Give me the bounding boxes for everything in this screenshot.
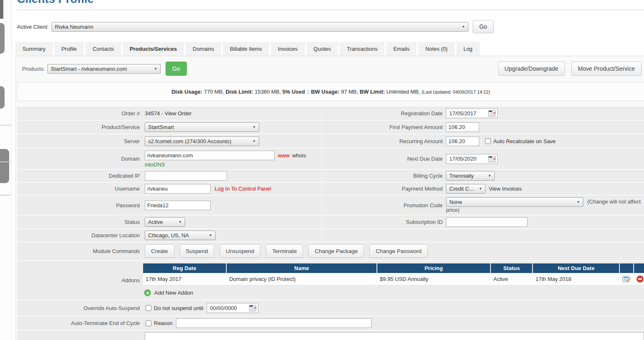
suspend-until-input[interactable] <box>209 305 243 312</box>
terminate-reason-input[interactable] <box>176 318 372 328</box>
first-payment-label: First Payment Amount <box>321 121 446 134</box>
billing-cycle-label: Billing Cycle <box>321 170 446 182</box>
view-order-link[interactable]: View Order <box>165 110 192 117</box>
tab-domains[interactable]: Domains <box>186 42 221 56</box>
auto-recalculate-checkbox[interactable] <box>485 138 491 144</box>
tab-log[interactable]: Log <box>456 42 480 56</box>
calendar-icon[interactable] <box>249 305 257 311</box>
auto-terminate-checkbox[interactable] <box>146 320 151 326</box>
title-divider <box>17 10 644 10</box>
chevron-down-icon: ▼ <box>154 67 157 71</box>
active-client-go-button[interactable]: Go <box>473 20 494 33</box>
registration-date-input[interactable] <box>448 110 482 117</box>
admin-notes-textarea[interactable] <box>145 332 644 340</box>
first-payment-input[interactable] <box>446 122 479 132</box>
admin-notes-label: Admin Notes <box>17 331 143 340</box>
order-number-label: Order # <box>17 110 143 117</box>
payment-method-select[interactable]: Credit Card ▼ <box>446 184 485 194</box>
tab-quotes[interactable]: Quotes <box>307 42 338 56</box>
tab-transactions[interactable]: Transactions <box>339 42 384 56</box>
move-product-service-button[interactable]: Move Product/Service <box>571 62 642 76</box>
addons-table-header: Reg Date Name Pricing Status Next Due Da… <box>143 263 644 273</box>
payment-method-label: Payment Method <box>321 183 446 195</box>
addons-header-edit <box>620 263 633 273</box>
change-package-button[interactable]: Change Package <box>308 244 364 258</box>
addons-header-pricing: Pricing <box>377 263 490 273</box>
active-client-row: Active Client: Rivka Neumann ▼ Go <box>17 20 644 33</box>
server-select[interactable]: s2.fcomet.com (274/300 Accounts) ▼ <box>145 136 259 146</box>
promotion-code-label: Promotion Code <box>321 196 446 215</box>
active-client-select[interactable]: Rivka Neumann ▼ <box>52 22 468 32</box>
subscription-id-input[interactable] <box>446 217 528 227</box>
recurring-amount-input[interactable] <box>446 136 479 146</box>
tab-contacts[interactable]: Contacts <box>85 42 121 56</box>
gutter-shape <box>0 0 3 19</box>
whois-link[interactable]: whois <box>292 152 306 159</box>
username-input[interactable] <box>145 184 211 194</box>
domain-label: Domain <box>17 156 143 162</box>
promotion-code-select[interactable]: None ▼ <box>446 197 583 207</box>
addon-name: Domain privacy (ID Protect) <box>227 273 376 285</box>
usage-separator: :: <box>305 89 311 95</box>
tab-notes[interactable]: Notes (0) <box>418 42 454 56</box>
billing-cycle-select[interactable]: Triennially ▼ <box>446 171 495 181</box>
calendar-icon[interactable] <box>488 156 496 162</box>
view-invoices-link[interactable]: View Invoices <box>489 186 522 192</box>
chevron-down-icon: ▼ <box>462 25 465 29</box>
subscription-id-label: Subscription ID <box>321 216 446 228</box>
override-auto-suspend-checkbox[interactable] <box>146 305 151 311</box>
disk-usage-label: Disk Usage: <box>171 89 202 95</box>
addon-pricing: $9.95 USD Annually <box>377 273 490 285</box>
add-new-addon[interactable]: + Add New Addon <box>143 285 644 299</box>
create-button[interactable]: Create <box>145 244 174 258</box>
password-label: Password <box>17 202 143 208</box>
next-due-date-input[interactable] <box>448 155 482 162</box>
bw-usage-value: 97 MB, <box>339 89 359 95</box>
delete-addon-icon[interactable] <box>637 275 644 283</box>
main-content: Clients Profile Active Client: Rivka Neu… <box>11 0 644 340</box>
products-select[interactable]: StartSmart - rivkaneumann.com ▼ <box>47 64 161 74</box>
www-link[interactable]: www <box>278 152 290 159</box>
order-number-value: 34574 - View Order <box>143 110 321 117</box>
usage-stats-box: Disk Usage: 770 MB, Disk Limit: 15360 MB… <box>17 82 644 101</box>
registration-date-field <box>446 108 498 118</box>
bw-limit-value: Unlimited MB, <box>385 89 421 95</box>
terminate-button[interactable]: Terminate <box>266 244 303 258</box>
order-separator: - <box>160 110 165 117</box>
usage-stats-text: Disk Usage: 770 MB, Disk Limit: 15360 MB… <box>171 89 490 95</box>
suspend-button[interactable]: Suspend <box>180 244 214 258</box>
products-go-button[interactable]: Go <box>166 62 187 76</box>
tab-invoices[interactable]: Invoices <box>271 42 305 56</box>
chevron-down-icon: ▼ <box>479 187 482 191</box>
tab-summary[interactable]: Summary <box>15 42 53 56</box>
unsuspend-button[interactable]: Unsuspend <box>220 244 260 258</box>
tab-products-services[interactable]: Products/Services <box>123 42 184 56</box>
calendar-icon[interactable] <box>488 110 496 117</box>
left-gutter <box>0 0 11 340</box>
intodns-link[interactable]: intoDNS <box>145 161 165 168</box>
password-input[interactable] <box>145 201 211 210</box>
login-control-panel-link[interactable]: Log In To Control Panel <box>215 186 271 192</box>
suspend-until-field <box>207 303 258 313</box>
domain-input[interactable] <box>145 151 275 160</box>
datacenter-location-select[interactable]: Chicago, US, NA ▼ <box>145 231 215 240</box>
tab-billable-items[interactable]: Billable Items <box>223 42 269 56</box>
addon-next-due: 17th May 2018 <box>533 273 619 285</box>
change-password-button[interactable]: Change Password <box>369 244 428 258</box>
gutter-shape <box>0 149 9 183</box>
edit-addon-icon[interactable] <box>622 275 631 283</box>
dedicated-ip-input[interactable] <box>145 171 227 181</box>
disk-limit-value: 15360 MB, <box>253 89 282 95</box>
tab-profile[interactable]: Profile <box>54 42 84 56</box>
disk-usage-value: 770 MB, <box>203 89 226 95</box>
product-service-label: Product/Service <box>17 124 143 130</box>
upgrade-downgrade-button[interactable]: Upgrade/Downgrade <box>498 62 565 76</box>
status-select[interactable]: Active ▼ <box>145 217 185 227</box>
chevron-down-icon: ▼ <box>488 174 491 178</box>
tab-emails[interactable]: Emails <box>386 42 416 56</box>
percent-used: 5% Used <box>282 89 305 95</box>
add-new-addon-link[interactable]: Add New Addon <box>154 290 193 296</box>
auto-recalculate-label: Auto Recalculate on Save <box>493 138 556 144</box>
empty-cell <box>321 229 446 241</box>
product-service-select[interactable]: StartSmart ▼ <box>145 122 259 132</box>
